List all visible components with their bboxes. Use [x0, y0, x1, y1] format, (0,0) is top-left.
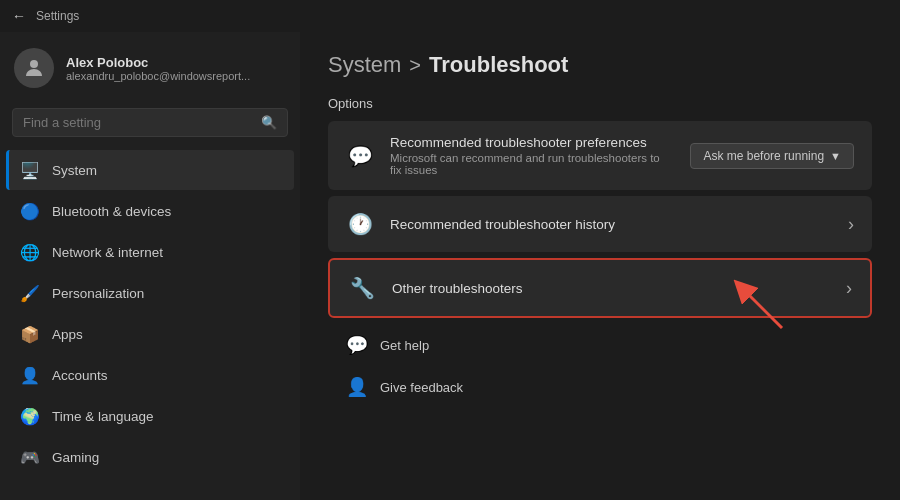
- titlebar: ← Settings: [0, 0, 900, 32]
- user-section: Alex Poloboc alexandru_poloboc@windowsre…: [0, 32, 300, 104]
- nav-label-bluetooth: Bluetooth & devices: [52, 204, 171, 219]
- breadcrumb: System > Troubleshoot: [328, 52, 872, 78]
- chevron-icon-other-troubleshooters: ›: [846, 278, 852, 299]
- sidebar: Alex Poloboc alexandru_poloboc@windowsre…: [0, 32, 300, 500]
- card-action-other-troubleshooters: ›: [846, 278, 852, 299]
- get-help-icon: 💬: [346, 334, 368, 356]
- search-icon: 🔍: [261, 115, 277, 130]
- sidebar-item-time[interactable]: 🌍 Time & language: [6, 396, 294, 436]
- svg-line-1: [742, 288, 782, 328]
- breadcrumb-separator: >: [409, 54, 421, 77]
- avatar: [14, 48, 54, 88]
- back-button[interactable]: ←: [12, 8, 26, 24]
- nav-label-system: System: [52, 163, 97, 178]
- personalization-icon: 🖌️: [20, 283, 40, 303]
- card-title-recommended-prefs: Recommended troubleshooter preferences: [390, 135, 674, 150]
- titlebar-title: Settings: [36, 9, 79, 23]
- options-label: Options: [328, 96, 872, 111]
- card-recommended-prefs[interactable]: 💬 Recommended troubleshooter preferences…: [328, 121, 872, 190]
- card-recommended-history[interactable]: 🕐 Recommended troubleshooter history ›: [328, 196, 872, 252]
- user-info: Alex Poloboc alexandru_poloboc@windowsre…: [66, 55, 250, 82]
- main-content: System > Troubleshoot Options 💬 Recommen…: [300, 32, 900, 500]
- breadcrumb-parent: System: [328, 52, 401, 78]
- user-avatar-icon: [22, 56, 46, 80]
- card-desc-recommended-prefs: Microsoft can recommend and run troubles…: [390, 152, 674, 176]
- card-icon-other-troubleshooters: 🔧: [348, 274, 376, 302]
- search-box[interactable]: 🔍: [12, 108, 288, 137]
- card-icon-recommended-prefs: 💬: [346, 142, 374, 170]
- annotation-arrow: [732, 278, 792, 338]
- chevron-icon-recommended-history: ›: [848, 214, 854, 235]
- network-icon: 🌐: [20, 242, 40, 262]
- link-give-feedback[interactable]: 👤 Give feedback: [328, 366, 872, 408]
- nav-label-gaming: Gaming: [52, 450, 99, 465]
- time-icon: 🌍: [20, 406, 40, 426]
- breadcrumb-current: Troubleshoot: [429, 52, 568, 78]
- card-title-recommended-history: Recommended troubleshooter history: [390, 217, 832, 232]
- sidebar-item-apps[interactable]: 📦 Apps: [6, 314, 294, 354]
- sidebar-item-bluetooth[interactable]: 🔵 Bluetooth & devices: [6, 191, 294, 231]
- card-text-recommended-history: Recommended troubleshooter history: [390, 217, 832, 232]
- sidebar-item-system[interactable]: 🖥️ System: [6, 150, 294, 190]
- give-feedback-icon: 👤: [346, 376, 368, 398]
- nav-label-network: Network & internet: [52, 245, 163, 260]
- card-icon-recommended-history: 🕐: [346, 210, 374, 238]
- user-name: Alex Poloboc: [66, 55, 250, 70]
- bluetooth-icon: 🔵: [20, 201, 40, 221]
- nav-label-accounts: Accounts: [52, 368, 108, 383]
- sidebar-item-gaming[interactable]: 🎮 Gaming: [6, 437, 294, 477]
- nav-list: 🖥️ System 🔵 Bluetooth & devices 🌐 Networ…: [0, 149, 300, 478]
- search-input[interactable]: [23, 115, 253, 130]
- sidebar-item-accounts[interactable]: 👤 Accounts: [6, 355, 294, 395]
- system-icon: 🖥️: [20, 160, 40, 180]
- link-label-give-feedback: Give feedback: [380, 380, 463, 395]
- nav-label-time: Time & language: [52, 409, 154, 424]
- user-email: alexandru_poloboc@windowsreport...: [66, 70, 250, 82]
- card-action-recommended-history: ›: [848, 214, 854, 235]
- sidebar-item-personalization[interactable]: 🖌️ Personalization: [6, 273, 294, 313]
- svg-point-0: [30, 60, 38, 68]
- dropdown-recommended-prefs[interactable]: Ask me before running ▼: [690, 143, 854, 169]
- link-label-get-help: Get help: [380, 338, 429, 353]
- chevron-icon: ▼: [830, 150, 841, 162]
- card-action-recommended-prefs: Ask me before running ▼: [690, 143, 854, 169]
- nav-label-apps: Apps: [52, 327, 83, 342]
- nav-label-personalization: Personalization: [52, 286, 144, 301]
- gaming-icon: 🎮: [20, 447, 40, 467]
- apps-icon: 📦: [20, 324, 40, 344]
- card-text-recommended-prefs: Recommended troubleshooter preferences M…: [390, 135, 674, 176]
- accounts-icon: 👤: [20, 365, 40, 385]
- sidebar-item-network[interactable]: 🌐 Network & internet: [6, 232, 294, 272]
